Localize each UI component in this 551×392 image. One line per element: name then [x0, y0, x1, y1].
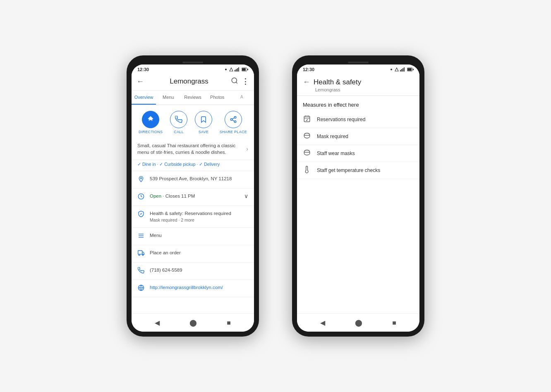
svg-line-15 [232, 120, 234, 121]
nav-recent-2[interactable]: ■ [392, 319, 396, 327]
save-button[interactable]: SAVE [195, 111, 212, 134]
svg-rect-3 [236, 69, 237, 72]
status-bar-2: 12:30 [297, 65, 419, 73]
tabs-1: Overview Menu Reviews Photos A [132, 91, 254, 105]
status-bar-1: 12:30 [132, 65, 254, 73]
svg-rect-34 [407, 68, 412, 71]
description-row[interactable]: Small, casual Thai restaurant offering a… [132, 138, 254, 160]
nav-back-2[interactable]: ◀ [320, 319, 325, 327]
hours-detail: · Closes 11 PM [163, 194, 195, 198]
nav-home-2[interactable]: ⬤ [355, 319, 362, 327]
open-status: Open [150, 194, 161, 198]
svg-line-10 [236, 82, 237, 83]
order-text: Place an order [150, 249, 248, 256]
hs-header-top: ← Health & safety [303, 78, 414, 86]
search-button-1[interactable] [231, 77, 238, 86]
directions-icon-circle [142, 111, 159, 128]
menu-icon [137, 232, 145, 241]
phone-icon [137, 267, 145, 275]
svg-rect-29 [400, 70, 401, 72]
hours-icon [137, 193, 145, 201]
measure-temp-checks: Staff get temperature checks [297, 162, 419, 179]
status-time-1: 12:30 [137, 67, 149, 72]
website-text: http://lemongrassgrillbrokklyn.com/ [150, 284, 248, 291]
health-safety-content: Reservations required Mask required [297, 111, 419, 313]
phone-number-text: (718) 624-5589 [150, 267, 248, 273]
directions-label: DIRECTIONS [139, 130, 163, 134]
scene: 12:30 [0, 0, 551, 392]
svg-point-23 [139, 254, 140, 256]
nav-recent-1[interactable]: ■ [227, 319, 231, 327]
svg-point-9 [232, 78, 237, 83]
nav-back-1[interactable]: ◀ [155, 319, 160, 327]
website-row[interactable]: http://lemongrassgrillbrokklyn.com/ [132, 280, 254, 297]
phone-row[interactable]: (718) 624-5589 [132, 263, 254, 280]
call-icon-circle [170, 111, 187, 128]
health-safety-row[interactable]: Health & safety: Reservations required M… [132, 206, 254, 228]
nav-home-1[interactable]: ⬤ [189, 319, 197, 327]
staff-masks-text: Staff wear masks [317, 151, 355, 156]
description-arrow-icon: › [246, 146, 248, 152]
tab-overview[interactable]: Overview [132, 91, 156, 105]
tab-photos[interactable]: Photos [205, 91, 230, 105]
tab-more[interactable]: A [230, 91, 254, 105]
svg-point-11 [150, 119, 151, 120]
app-header-1: ← Lemongrass ⋮ [132, 73, 254, 91]
temp-checks-text: Staff get temperature checks [317, 167, 380, 173]
svg-rect-4 [237, 68, 238, 72]
hours-row[interactable]: Open · Closes 11 PM ∨ [132, 189, 254, 206]
svg-line-16 [232, 118, 234, 119]
svg-rect-22 [138, 251, 142, 254]
save-label: SAVE [199, 130, 209, 134]
page-title-1: Lemongrass [147, 77, 231, 86]
measure-reservations-text: Reservations required [317, 117, 365, 122]
share-label: SHARE PLACE [220, 130, 247, 134]
description-text: Small, casual Thai restaurant offering a… [137, 142, 246, 155]
action-buttons: DIRECTIONS CALL [132, 105, 254, 138]
health-safety-icon [137, 210, 145, 219]
status-icons-2 [389, 67, 414, 72]
order-row[interactable]: Place an order [132, 245, 254, 263]
mask-required-text: Mask required [317, 134, 348, 139]
share-icon-circle [225, 111, 242, 128]
address-text: 539 Prospect Ave, Brooklyn, NY 11218 [150, 175, 248, 182]
hs-header: ← Health & safety Lemongrass [297, 73, 419, 96]
status-icons-1 [224, 67, 248, 72]
address-row[interactable]: 539 Prospect Ave, Brooklyn, NY 11218 [132, 171, 254, 189]
call-label: CALL [174, 130, 184, 134]
menu-row[interactable]: Menu [132, 228, 254, 245]
svg-point-17 [140, 178, 141, 179]
hs-subtitle: Lemongrass [303, 87, 414, 92]
address-icon [137, 176, 145, 184]
temp-checks-icon [303, 166, 311, 175]
reservations-icon [303, 115, 311, 124]
staff-masks-icon [303, 149, 311, 158]
svg-rect-2 [235, 70, 235, 72]
back-button-2[interactable]: ← [303, 78, 310, 86]
svg-marker-1 [230, 68, 233, 71]
directions-button[interactable]: DIRECTIONS [139, 111, 163, 134]
service-badges: ✓ Dine in · ✓ Curbside pickup · ✓ Delive… [132, 160, 254, 171]
svg-rect-8 [247, 69, 248, 70]
call-button[interactable]: CALL [170, 111, 187, 134]
svg-point-27 [390, 69, 392, 70]
measure-reservations: Reservations required [297, 111, 419, 128]
mask-required-icon [303, 132, 311, 141]
svg-rect-7 [242, 68, 246, 71]
svg-rect-35 [413, 69, 414, 70]
share-button[interactable]: SHARE PLACE [220, 111, 247, 134]
svg-point-14 [234, 121, 236, 123]
svg-rect-30 [401, 69, 402, 72]
hours-chevron-icon: ∨ [244, 193, 248, 199]
phone-2: 12:30 [292, 55, 424, 337]
order-icon [137, 250, 145, 258]
back-button-1[interactable]: ← [137, 77, 144, 86]
tab-reviews[interactable]: Reviews [180, 91, 205, 105]
svg-rect-31 [402, 68, 403, 72]
status-time-2: 12:30 [303, 67, 314, 72]
menu-button-1[interactable]: ⋮ [242, 77, 249, 86]
tab-menu[interactable]: Menu [156, 91, 180, 105]
services-text: ✓ Dine in · ✓ Curbside pickup · ✓ Delive… [137, 162, 220, 167]
website-icon [137, 284, 145, 293]
svg-point-12 [234, 117, 236, 119]
